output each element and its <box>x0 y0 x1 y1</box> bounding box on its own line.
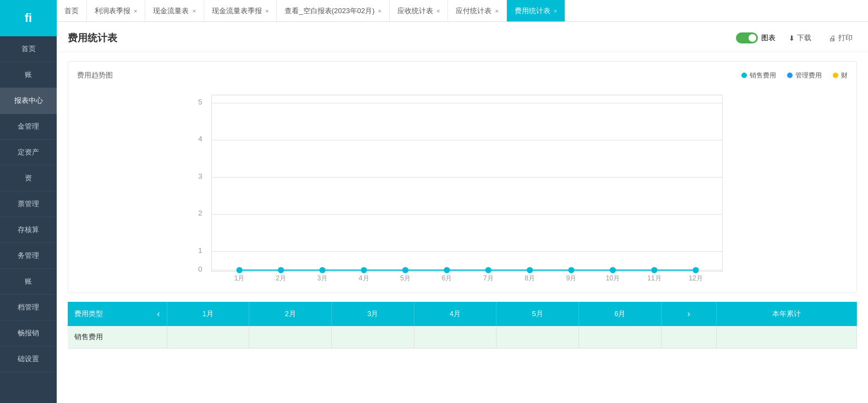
sidebar-item-inventory[interactable]: 存核算 <box>0 217 57 243</box>
row-val-annual <box>717 326 857 348</box>
svg-point-17 <box>402 267 408 273</box>
row-val-4 <box>414 326 496 348</box>
th-month-2: 2月 <box>249 302 332 326</box>
tab-profit-quarterly[interactable]: 利润表季报 × <box>87 0 145 22</box>
sidebar: fi 首页 账 报表中心 金管理 定资产 资 票管理 存核算 务管理 账 档管理… <box>0 0 57 403</box>
page-content: 费用统计表 图表 ⬇ 下载 🖨 打印 费用趋势图 <box>57 22 868 403</box>
legend-dot-admin <box>787 73 793 78</box>
close-tab-receivable[interactable]: × <box>436 8 440 14</box>
print-icon: 🖨 <box>829 34 836 42</box>
svg-point-23 <box>651 267 657 273</box>
svg-text:5: 5 <box>198 98 203 106</box>
chart-legend: 销售费用 管理费用 财 <box>741 71 848 80</box>
svg-rect-12 <box>211 95 722 272</box>
svg-text:8月: 8月 <box>525 274 535 282</box>
tab-cashflow-quarterly[interactable]: 现金流量表季报 × <box>204 0 277 22</box>
tab-receivable[interactable]: 应收统计表 × <box>390 0 448 22</box>
th-annual-total: 本年累计 <box>717 302 857 326</box>
svg-point-15 <box>319 267 325 273</box>
legend-label-admin: 管理费用 <box>795 71 822 80</box>
chart-section: 费用趋势图 销售费用 管理费用 财 <box>68 61 857 293</box>
trend-chart: 5 4 3 2 1 0 <box>77 86 848 284</box>
chart-toggle-wrapper: 图表 <box>736 32 776 43</box>
sidebar-item-report-center[interactable]: 报表中心 <box>0 88 57 114</box>
close-tab-cashflow-quarterly[interactable]: × <box>265 8 269 14</box>
page-title: 费用统计表 <box>68 31 117 45</box>
sidebar-item-account[interactable]: 账 <box>0 62 57 88</box>
svg-point-19 <box>485 267 492 273</box>
prev-month-arrow[interactable]: ‹ <box>157 309 160 319</box>
th-month-4: 4月 <box>414 302 496 326</box>
svg-text:9月: 9月 <box>566 274 577 282</box>
row-type-sales: 销售费用 <box>68 326 167 348</box>
svg-text:7月: 7月 <box>483 274 494 282</box>
chart-header: 费用趋势图 销售费用 管理费用 财 <box>77 70 848 80</box>
row-val-5 <box>496 326 579 348</box>
th-month-1: 1月 <box>167 302 249 326</box>
legend-dot-sales <box>741 73 747 78</box>
sidebar-item-archive[interactable]: 档管理 <box>0 295 57 321</box>
svg-point-13 <box>236 267 242 273</box>
close-tab-expense-stats[interactable]: × <box>554 8 557 14</box>
svg-point-22 <box>610 267 616 273</box>
sidebar-item-fixed-assets[interactable]: 定资产 <box>0 140 57 165</box>
svg-text:1月: 1月 <box>234 274 245 282</box>
sidebar-item-credit[interactable]: 账 <box>0 269 57 295</box>
close-tab-profit-quarterly[interactable]: × <box>134 8 137 14</box>
tab-cashflow[interactable]: 现金流量表 × <box>145 0 204 22</box>
sidebar-item-investment[interactable]: 资 <box>0 165 57 191</box>
svg-text:11月: 11月 <box>647 274 662 282</box>
svg-text:4月: 4月 <box>359 274 369 282</box>
chart-toggle-label: 图表 <box>761 33 776 43</box>
sidebar-item-home[interactable]: 首页 <box>0 36 57 62</box>
svg-point-24 <box>693 267 699 273</box>
download-icon: ⬇ <box>789 34 795 42</box>
data-table: 费用类型 ‹ 1月 2月 3月 4月 5月 6月 › 本年累计 <box>68 302 857 349</box>
row-val-3 <box>331 326 414 348</box>
row-val-1 <box>167 326 249 348</box>
close-tab-payable[interactable]: × <box>495 8 498 14</box>
th-month-3: 3月 <box>331 302 414 326</box>
legend-finance-expense: 财 <box>833 71 848 80</box>
th-next-arrow[interactable]: › <box>661 302 716 326</box>
header-actions: 图表 ⬇ 下载 🖨 打印 <box>736 31 857 45</box>
svg-text:5月: 5月 <box>400 274 411 282</box>
print-label: 打印 <box>838 33 853 43</box>
sidebar-item-expense[interactable]: 畅报销 <box>0 321 57 346</box>
sidebar-item-service-mgmt[interactable]: 务管理 <box>0 243 57 269</box>
print-button[interactable]: 🖨 打印 <box>825 31 857 45</box>
download-button[interactable]: ⬇ 下载 <box>784 31 816 45</box>
svg-text:2月: 2月 <box>276 274 286 282</box>
tab-blank-report[interactable]: 查看_空白报表(2023年02月) × <box>277 0 390 22</box>
logo: fi <box>0 0 57 36</box>
page-header: 费用统计表 图表 ⬇ 下载 🖨 打印 <box>57 22 868 52</box>
sidebar-item-invoice-mgmt[interactable]: 票管理 <box>0 191 57 217</box>
legend-admin-expense: 管理费用 <box>787 71 822 80</box>
svg-point-20 <box>527 267 533 273</box>
th-month-6: 6月 <box>579 302 662 326</box>
sidebar-item-fund-mgmt[interactable]: 金管理 <box>0 114 57 140</box>
sidebar-item-settings[interactable]: 础设置 <box>0 346 57 372</box>
close-tab-cashflow[interactable]: × <box>192 8 195 14</box>
chart-wrapper: 5 4 3 2 1 0 <box>77 86 848 284</box>
svg-point-21 <box>568 267 574 273</box>
tab-payable[interactable]: 应付统计表 × <box>448 0 506 22</box>
tab-expense-stats[interactable]: 费用统计表 × <box>507 0 565 22</box>
svg-text:2: 2 <box>198 209 203 217</box>
svg-point-14 <box>278 267 284 273</box>
chart-title: 费用趋势图 <box>77 70 113 80</box>
svg-text:3月: 3月 <box>317 274 327 282</box>
legend-dot-finance <box>833 73 838 78</box>
chart-toggle[interactable] <box>736 32 758 43</box>
row-val-next <box>661 326 716 348</box>
svg-text:1: 1 <box>198 246 203 255</box>
row-val-2 <box>249 326 332 348</box>
table-section: 费用类型 ‹ 1月 2月 3月 4月 5月 6月 › 本年累计 <box>68 302 857 349</box>
tab-home[interactable]: 首页 <box>57 0 87 22</box>
main-area: 首页 利润表季报 × 现金流量表 × 现金流量表季报 × 查看_空白报表(202… <box>57 0 868 403</box>
table-row-sales-expense: 销售费用 <box>68 326 857 348</box>
close-tab-blank-report[interactable]: × <box>378 8 381 14</box>
th-month-5: 5月 <box>496 302 579 326</box>
legend-label-finance: 财 <box>841 71 848 80</box>
svg-text:6月: 6月 <box>441 274 452 282</box>
